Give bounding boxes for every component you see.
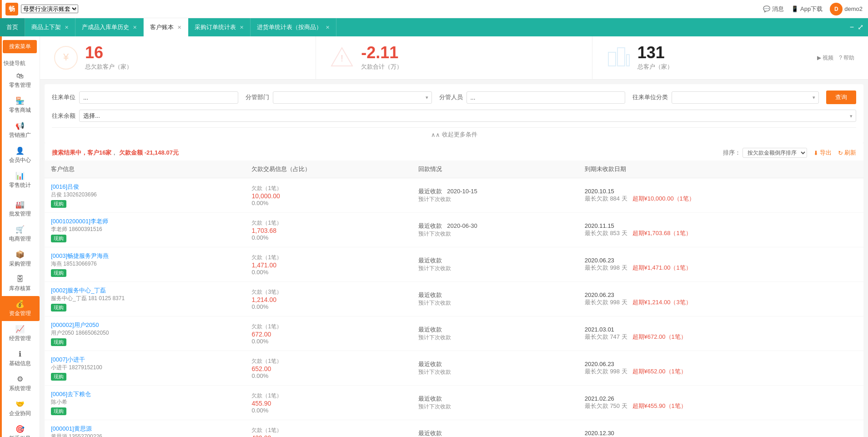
sidebar-item-finance[interactable]: 💰 资金管理: [0, 296, 40, 321]
help-icon: ?: [839, 55, 842, 61]
help-label: 帮助: [843, 54, 854, 62]
dept-label: 分管部门: [246, 93, 269, 101]
sidebar-item-marketing[interactable]: 📢 营销推广: [0, 118, 40, 143]
td-debt-info-1: 欠款（1笔） 1,703.68 0.00%: [245, 213, 412, 247]
industry-select-wrapper[interactable]: 母婴行业演示账套: [21, 5, 78, 13]
sidebar-item-retail-mgmt-label: 零售管理: [9, 81, 31, 89]
search-btn[interactable]: 查询: [826, 90, 856, 104]
td-customer-info-5: [0007]小进干 小进干 18279152100 现购: [45, 351, 245, 386]
nav-maximize-btn[interactable]: ⤢: [858, 24, 863, 31]
sidebar-item-purchase[interactable]: 📦 采购管理: [0, 246, 40, 271]
customer-name-7[interactable]: [000001]黄思源: [51, 425, 239, 433]
filter-person: 分管人员 ...: [439, 91, 626, 104]
sidebar-item-member[interactable]: 👤 会员中心: [0, 143, 40, 168]
brand-bar: [0, 0, 2, 437]
unit-type-select[interactable]: [672, 91, 819, 104]
table-row: [0007]小进干 小进干 18279152100 现购 欠款（1笔） 652.…: [45, 351, 863, 386]
person-input[interactable]: ...: [467, 91, 626, 104]
sort-select[interactable]: 按欠款金额倒序排序: [743, 148, 807, 158]
debt-amount-4[interactable]: 672.00: [251, 331, 406, 338]
tab-customer-account[interactable]: 客户账本 ✕: [144, 18, 188, 36]
debt-amount-6[interactable]: 455.90: [251, 400, 406, 407]
customer-name-2[interactable]: [0003]畅捷服务尹海燕: [51, 252, 239, 260]
overdue-amount-0[interactable]: 超期¥10,000.00（1笔）: [632, 195, 695, 202]
tab-product-shelf[interactable]: 商品上下架 ✕: [25, 18, 75, 36]
tab-purchase-stats[interactable]: 进货单统计表（按商品） ✕: [251, 18, 336, 36]
sort-label: 排序：: [723, 149, 741, 157]
collapse-btn[interactable]: ∧∧ 收起更多条件: [52, 127, 856, 141]
result-debt-value: -21,148.07元: [145, 149, 179, 156]
source-unit-label: 往来单位: [52, 93, 75, 101]
balance-select-wrapper[interactable]: 选择...: [79, 110, 856, 122]
tab-customer-account-close[interactable]: ✕: [177, 25, 181, 30]
tab-production-history[interactable]: 产成品入库单历史 ✕: [75, 18, 144, 36]
debt-amount-5[interactable]: 652.00: [251, 365, 406, 372]
debt-amount-2[interactable]: 1,471.00: [251, 261, 406, 269]
sidebar-item-ecom[interactable]: 🛒 电商管理: [0, 221, 40, 246]
tab-purchase-order[interactable]: 采购订单统计表 ✕: [188, 18, 251, 36]
overdue-amount-2[interactable]: 超期¥1,471.00（1笔）: [632, 264, 692, 271]
sort-selector[interactable]: 排序： 按欠款金额倒序排序: [723, 148, 807, 158]
debt-amount-3[interactable]: 1,214.00: [251, 296, 406, 303]
sidebar-item-inventory[interactable]: 🗄 库存核算: [0, 271, 40, 296]
help-btn[interactable]: ? 帮助: [839, 54, 854, 62]
nav-minimize-btn[interactable]: −: [850, 24, 854, 31]
overdue-date-5: 2020.06.23: [585, 361, 857, 367]
message-icon: 💬: [763, 5, 770, 12]
overdue-amount-5[interactable]: 超期¥652.00（1笔）: [632, 368, 687, 375]
debt-amount-0[interactable]: 10,000.00: [251, 192, 406, 200]
sidebar-item-newbie[interactable]: 🎯 新手引导: [0, 421, 40, 437]
td-return-info-6: 最近收款 预计下次收款: [412, 386, 578, 420]
sidebar-item-batch-mgmt[interactable]: 🏭 批发管理: [0, 196, 40, 221]
td-return-info-4: 最近收款 预计下次收款: [412, 316, 578, 351]
sidebar-item-retail-mgmt[interactable]: 🛍 零售管理: [0, 68, 40, 93]
balance-select[interactable]: 选择...: [79, 110, 856, 122]
customer-name-3[interactable]: [0002]服务中心_丁磊: [51, 286, 239, 295]
tab-purchase-stats-close[interactable]: ✕: [326, 25, 330, 30]
tab-production-history-close[interactable]: ✕: [133, 25, 137, 30]
overdue-days-4: 最长欠款 747 天 超期¥672.00（1笔）: [585, 333, 857, 341]
overdue-amount-1[interactable]: 超期¥1,703.68（1笔）: [632, 230, 692, 236]
export-btn[interactable]: ⬇ 导出: [813, 149, 832, 157]
sidebar-item-system[interactable]: ⚙ 系统管理: [0, 371, 40, 396]
sidebar-item-retail-stats[interactable]: 📊 零售统计: [0, 168, 40, 193]
tab-home[interactable]: 首页: [0, 18, 25, 36]
tab-purchase-order-close[interactable]: ✕: [240, 25, 244, 30]
sidebar-item-ops[interactable]: 📈 经营管理: [0, 321, 40, 346]
overdue-amount-6[interactable]: 超期¥455.90（1笔）: [632, 402, 687, 409]
td-overdue-info-6: 2021.02.26 最长欠款 750 天 超期¥455.90（1笔）: [578, 386, 863, 420]
td-customer-info-0: [0016]吕俊 吕俊 13026203696 现购: [45, 178, 245, 213]
customer-name-6[interactable]: [0006]去下粮仓: [51, 390, 239, 398]
td-overdue-info-3: 2020.06.23 最长欠款 998 天 超期¥1,214.00（3笔）: [578, 282, 863, 316]
message-btn[interactable]: 💬 消息: [763, 5, 784, 13]
overdue-amount-4[interactable]: 超期¥672.00（1笔）: [632, 333, 687, 340]
refresh-btn[interactable]: ↻ 刷新: [838, 149, 856, 157]
tab-product-shelf-close[interactable]: ✕: [65, 25, 69, 30]
search-menu-btn[interactable]: 搜索菜单: [3, 40, 37, 53]
source-unit-input[interactable]: ...: [79, 91, 238, 104]
dept-select[interactable]: [273, 91, 432, 104]
customer-name-1[interactable]: [00010200001]李老师: [51, 217, 239, 226]
customer-name-4[interactable]: [000002]用户2050: [51, 321, 239, 329]
debt-amount-7[interactable]: 429.00: [251, 434, 406, 437]
retail-stats-icon: 📊: [15, 171, 25, 180]
industry-select[interactable]: 母婴行业演示账套: [21, 5, 78, 13]
debt-amount-1[interactable]: 1,703.68: [251, 227, 406, 234]
refresh-icon: ↻: [838, 150, 843, 156]
unit-type-select-wrapper[interactable]: [672, 91, 819, 104]
sidebar-item-enterprise[interactable]: 🤝 企业协同: [0, 396, 40, 421]
customer-name-0[interactable]: [0016]吕俊: [51, 183, 239, 191]
customer-phone-6: 陈小希: [51, 398, 239, 406]
sidebar-item-basic-info[interactable]: ℹ 基础信息: [0, 346, 40, 371]
overdue-amount-3[interactable]: 超期¥1,214.00（3笔）: [632, 299, 692, 306]
sidebar-item-retail-store[interactable]: 🏪 零售商城: [0, 93, 40, 118]
video-btn[interactable]: ▶ 视频: [817, 54, 833, 62]
sidebar-item-retail-store-label: 零售商城: [9, 106, 31, 114]
dept-select-wrapper[interactable]: [273, 91, 432, 104]
customer-name-5[interactable]: [0007]小进干: [51, 356, 239, 364]
overdue-date-3: 2020.06.23: [585, 291, 857, 298]
customer-phone-5: 小进干 18279152100: [51, 364, 239, 372]
debt-amount-info: -2.11 欠款合计（万）: [361, 45, 402, 71]
app-download-btn[interactable]: 📱 App下载: [791, 5, 823, 13]
user-area[interactable]: D demo2: [830, 3, 863, 15]
